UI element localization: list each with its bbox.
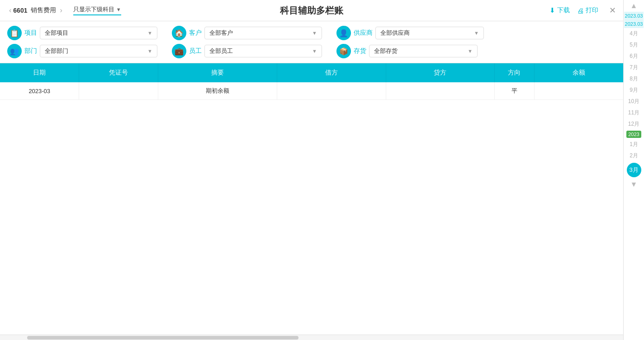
inventory-select[interactable]: 全部存货 ▼ — [369, 45, 478, 57]
show-sub-arrow-icon: ▼ — [116, 7, 121, 12]
customer-label: 客户 — [189, 29, 202, 37]
cell-debit — [277, 82, 386, 100]
table-body: 2023-03 期初余额 平 — [0, 82, 623, 100]
sidebar-month-6[interactable]: 6月 — [624, 51, 644, 62]
customer-icon: 🏠 — [172, 26, 186, 40]
supplier-arrow-icon: ▼ — [474, 30, 479, 36]
cell-voucher — [79, 82, 158, 100]
col-header-direction: 方向 — [495, 63, 534, 82]
employee-label: 员工 — [189, 47, 202, 55]
inventory-filter-item: 📦 存货 全部存货 ▼ — [336, 44, 478, 58]
table-row: 2023-03 期初余额 平 — [0, 82, 623, 100]
prev-account-arrow[interactable]: ‹ — [7, 5, 13, 15]
download-button[interactable]: ⬇ 下载 — [549, 6, 570, 14]
col-header-summary: 摘要 — [158, 63, 277, 82]
employee-icon: 💼 — [172, 44, 186, 58]
col-header-credit: 贷方 — [386, 63, 495, 82]
customer-filter-item: 🏠 客户 全部客户 ▼ — [172, 26, 322, 40]
cell-credit — [386, 82, 495, 100]
col-header-voucher: 凭证号 — [79, 63, 158, 82]
inventory-label: 存货 — [354, 47, 366, 55]
print-button[interactable]: 🖨 打印 — [577, 6, 598, 14]
inventory-value: 全部存货 — [374, 47, 398, 55]
account-name-text: 销售费用 — [31, 6, 56, 14]
department-label: 部门 — [24, 47, 37, 55]
employee-value: 全部员工 — [209, 47, 233, 55]
inventory-arrow-icon: ▼ — [468, 48, 473, 54]
project-label: 项目 — [24, 29, 37, 37]
customer-select[interactable]: 全部客户 ▼ — [204, 27, 322, 39]
col-header-debit: 借方 — [277, 63, 386, 82]
right-sidebar: ▲ 2023.03 2023.03 4月 5月 6月 7月 8月 9月 10月 … — [623, 0, 644, 340]
sidebar-month-2[interactable]: 2月 — [624, 150, 644, 161]
download-icon: ⬇ — [549, 6, 555, 14]
show-sub-label: 只显示下级科目 — [73, 5, 114, 14]
project-value: 全部项目 — [45, 29, 68, 37]
sidebar-down-arrow[interactable]: ▼ — [624, 179, 644, 190]
project-arrow-icon: ▼ — [147, 30, 152, 36]
sidebar-month-9[interactable]: 9月 — [624, 85, 644, 96]
sidebar-period-2023-03-first[interactable]: 2023.03 — [624, 12, 644, 20]
customer-arrow-icon: ▼ — [312, 30, 317, 36]
supplier-value: 全部供应商 — [380, 29, 410, 37]
project-icon: 📋 — [7, 26, 22, 40]
year-badge: 2023 — [626, 131, 641, 138]
sidebar-month-5[interactable]: 5月 — [624, 39, 644, 51]
sidebar-month-1[interactable]: 1月 — [624, 139, 644, 150]
inventory-icon: 📦 — [336, 44, 351, 58]
sidebar-up-arrow[interactable]: ▲ — [624, 0, 644, 12]
print-icon: 🖨 — [577, 7, 584, 14]
department-select[interactable]: 全部部门 ▼ — [40, 45, 157, 57]
filter-row-2: 👥 部门 全部部门 ▼ 💼 员工 全部员工 ▼ — [7, 44, 616, 58]
employee-filter-item: 💼 员工 全部员工 ▼ — [172, 44, 322, 58]
sidebar-month-8[interactable]: 8月 — [624, 73, 644, 85]
customer-value: 全部客户 — [209, 29, 233, 37]
project-filter-item: 📋 项目 全部项目 ▼ — [7, 26, 157, 40]
sidebar-period-2023-03-second[interactable]: 2023.03 — [624, 20, 644, 28]
cell-date: 2023-03 — [0, 82, 79, 100]
header-actions: ⬇ 下载 🖨 打印 ✕ — [549, 5, 616, 15]
horizontal-scrollbar[interactable] — [0, 335, 623, 340]
supplier-icon: 👤 — [336, 26, 351, 40]
page-title: 科目辅助多栏账 — [280, 5, 343, 17]
sidebar-month-7[interactable]: 7月 — [624, 62, 644, 73]
cell-balance — [534, 82, 623, 100]
table-container: 日期 凭证号 摘要 借方 贷方 方向 余额 2023-03 期初余额 — [0, 63, 623, 335]
supplier-label: 供应商 — [354, 29, 373, 37]
department-value: 全部部门 — [45, 47, 68, 55]
sidebar-month-3-active[interactable]: 3月 — [627, 163, 641, 177]
scroll-thumb[interactable] — [27, 336, 298, 340]
filter-area: 📋 项目 全部项目 ▼ 🏠 客户 全部客户 ▼ — [0, 21, 623, 63]
employee-arrow-icon: ▼ — [312, 48, 317, 54]
col-header-date: 日期 — [0, 63, 79, 82]
department-filter-item: 👥 部门 全部部门 ▼ — [7, 44, 157, 58]
close-button[interactable]: ✕ — [609, 5, 616, 15]
supplier-select[interactable]: 全部供应商 ▼ — [375, 27, 484, 39]
sidebar-month-4[interactable]: 4月 — [624, 28, 644, 39]
department-icon: 👥 — [7, 44, 22, 58]
print-label: 打印 — [586, 6, 598, 14]
cell-direction: 平 — [495, 82, 534, 100]
table-header-row: 日期 凭证号 摘要 借方 贷方 方向 余额 — [0, 63, 623, 82]
account-code-text: 6601 — [13, 7, 27, 14]
col-header-balance: 余额 — [534, 63, 623, 82]
header-bar: ‹ 6601 销售费用 › 只显示下级科目 ▼ 科目辅助多栏账 ⬇ 下载 🖨 打… — [0, 0, 623, 21]
employee-select[interactable]: 全部员工 ▼ — [204, 45, 322, 57]
next-account-arrow[interactable]: › — [58, 5, 64, 15]
download-label: 下载 — [557, 6, 570, 14]
cell-summary: 期初余额 — [158, 82, 277, 100]
sidebar-month-10[interactable]: 10月 — [624, 96, 644, 107]
filter-row-1: 📋 项目 全部项目 ▼ 🏠 客户 全部客户 ▼ — [7, 26, 616, 40]
sidebar-month-11[interactable]: 11月 — [624, 107, 644, 118]
main-table: 日期 凭证号 摘要 借方 贷方 方向 余额 2023-03 期初余额 — [0, 63, 623, 100]
sidebar-month-12[interactable]: 12月 — [624, 118, 644, 130]
account-code-display: 6601 销售费用 — [13, 6, 56, 14]
show-sub-dropdown[interactable]: 只显示下级科目 ▼ — [73, 5, 121, 15]
project-select[interactable]: 全部项目 ▼ — [40, 27, 157, 39]
supplier-filter-item: 👤 供应商 全部供应商 ▼ — [336, 26, 484, 40]
department-arrow-icon: ▼ — [147, 48, 152, 54]
